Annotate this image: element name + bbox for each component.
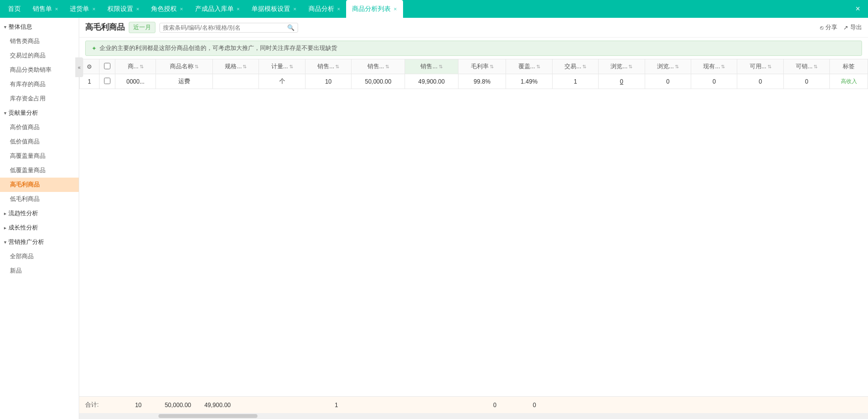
table-wrapper[interactable]: ⚙ 商...⇅ 商品名称⇅ 规格...⇅ bbox=[79, 59, 868, 396]
col-checkbox[interactable] bbox=[100, 59, 115, 74]
window-close-btn[interactable]: × bbox=[850, 4, 866, 13]
sidebar-item-sales-goods[interactable]: 销售类商品 bbox=[0, 34, 79, 48]
top-nav: 首页 销售单 × 进货单 × 权限设置 × 角色授权 × 产成品入库单 × 单据… bbox=[0, 0, 868, 18]
arrow-down-icon: ▾ bbox=[4, 24, 6, 30]
sort-icon8: ⇅ bbox=[490, 64, 494, 69]
sort-icon9: ⇅ bbox=[536, 64, 540, 69]
nav-home-label: 首页 bbox=[8, 4, 21, 13]
nav-analysis-list[interactable]: 商品分析列表 × bbox=[346, 0, 403, 18]
nav-permission-close[interactable]: × bbox=[136, 6, 139, 12]
share-btn[interactable]: ⎋ 分享 bbox=[820, 23, 837, 32]
col-name[interactable]: 商品名称⇅ bbox=[156, 59, 213, 74]
settings-icon[interactable]: ⚙ bbox=[87, 63, 92, 70]
sidebar-group-marketing[interactable]: ▾ 营销推广分析 bbox=[0, 235, 79, 249]
footer-empty3 bbox=[356, 402, 396, 409]
cell-tag: 高收入 bbox=[830, 74, 868, 89]
col-transactions-label: 交易... bbox=[564, 62, 581, 71]
sidebar-item-high-margin[interactable]: 高毛利商品 bbox=[0, 178, 79, 192]
col-gross-margin[interactable]: 毛利率⇅ bbox=[458, 59, 506, 74]
sort-icon12: ⇅ bbox=[675, 64, 679, 69]
col-spec-label: 规格... bbox=[225, 62, 242, 71]
sort-icon10: ⇅ bbox=[582, 64, 586, 69]
table-row: 1 0000... 运费 个 10 50,000.00 49,900.00 99… bbox=[80, 74, 868, 89]
nav-template[interactable]: 单据模板设置 × bbox=[246, 0, 302, 18]
footer-empty2 bbox=[277, 402, 316, 409]
sidebar-item-high-coverage[interactable]: 高覆盖量商品 bbox=[0, 149, 79, 163]
col-sales-amount[interactable]: 销售...⇅ bbox=[352, 59, 405, 74]
col-gross-margin-label: 毛利率 bbox=[471, 62, 489, 71]
col-sales-qty-label: 销售... bbox=[317, 62, 334, 71]
search-icon[interactable]: 🔍 bbox=[287, 24, 295, 31]
sidebar-group-growth-label: 成长性分析 bbox=[8, 224, 38, 232]
search-box: 🔍 bbox=[159, 23, 298, 33]
nav-template-close[interactable]: × bbox=[293, 6, 296, 12]
col-transactions[interactable]: 交易...⇅ bbox=[552, 59, 598, 74]
nav-sales-label: 销售单 bbox=[33, 4, 52, 13]
footer-empty1 bbox=[237, 402, 277, 409]
col-stock-saleable[interactable]: 可销...⇅ bbox=[783, 59, 829, 74]
cell-checkbox[interactable] bbox=[100, 74, 115, 89]
sidebar-item-traded-goods[interactable]: 交易过的商品 bbox=[0, 48, 79, 63]
nav-permission[interactable]: 权限设置 × bbox=[102, 0, 145, 18]
sidebar-item-all-goods[interactable]: 全部商品 bbox=[0, 249, 79, 264]
sidebar-group-overall[interactable]: ▾ 整体信息 bbox=[0, 20, 79, 34]
sidebar-item-high-value[interactable]: 高价值商品 bbox=[0, 120, 79, 135]
nav-home[interactable]: 首页 bbox=[2, 0, 27, 18]
nav-purchase-label: 进货单 bbox=[70, 4, 89, 13]
nav-purchase-close[interactable]: × bbox=[92, 6, 95, 12]
nav-product-storage[interactable]: 产成品入库单 × bbox=[189, 0, 246, 18]
share-icon: ⎋ bbox=[820, 24, 823, 31]
col-stock-current[interactable]: 现有...⇅ bbox=[691, 59, 737, 74]
col-views2-label: 浏览... bbox=[657, 62, 674, 71]
col-views1[interactable]: 浏览...⇅ bbox=[599, 59, 645, 74]
sidebar-group-flow-label: 流趋性分析 bbox=[8, 209, 38, 218]
col-sales-qty[interactable]: 销售...⇅ bbox=[305, 59, 351, 74]
table-footer: 合计: 10 50,000.00 49,900.00 1 0 0 bbox=[79, 396, 868, 413]
col-code[interactable]: 商...⇅ bbox=[115, 59, 156, 74]
col-sales-profit[interactable]: 销售...⇅ bbox=[405, 59, 459, 74]
content-header: 高毛利商品 近一月 🔍 ⎋ 分享 ↗ 导出 bbox=[79, 18, 868, 38]
nav-sales[interactable]: 销售单 × bbox=[27, 0, 64, 18]
col-spec[interactable]: 规格...⇅ bbox=[213, 59, 259, 74]
sidebar-group-flow[interactable]: ▸ 流趋性分析 bbox=[0, 206, 79, 221]
sidebar-item-low-coverage[interactable]: 低覆盖量商品 bbox=[0, 163, 79, 178]
footer-stock-available: 0 bbox=[475, 402, 514, 409]
share-label: 分享 bbox=[825, 23, 837, 32]
col-coverage[interactable]: 覆盖...⇅ bbox=[506, 59, 552, 74]
nav-role-close[interactable]: × bbox=[180, 6, 183, 12]
sidebar-item-stock-capital[interactable]: 库存资金占用 bbox=[0, 92, 79, 106]
col-code-label: 商... bbox=[128, 62, 139, 71]
export-btn[interactable]: ↗ 导出 bbox=[843, 23, 862, 32]
nav-analysis-close[interactable]: × bbox=[337, 6, 340, 12]
sidebar-item-new-goods[interactable]: 新品 bbox=[0, 264, 79, 278]
sidebar-group-growth[interactable]: ▸ 成长性分析 bbox=[0, 221, 79, 235]
sort-icon11: ⇅ bbox=[628, 64, 632, 69]
sidebar-collapse-btn[interactable]: « bbox=[75, 57, 83, 77]
nav-sales-close[interactable]: × bbox=[55, 6, 58, 12]
horizontal-scrollbar[interactable] bbox=[79, 413, 868, 419]
nav-role[interactable]: 角色授权 × bbox=[145, 0, 189, 18]
nav-analysis-list-close[interactable]: × bbox=[394, 6, 397, 12]
sort-icon14: ⇅ bbox=[767, 64, 771, 69]
sidebar-item-category-rate[interactable]: 商品分类助销率 bbox=[0, 63, 79, 77]
cell-views1[interactable]: 0 bbox=[599, 74, 645, 89]
select-all-checkbox[interactable] bbox=[104, 63, 110, 69]
sidebar-item-low-margin[interactable]: 低毛利商品 bbox=[0, 192, 79, 206]
row-checkbox[interactable] bbox=[104, 78, 110, 84]
footer-empty5 bbox=[435, 402, 475, 409]
footer-label: 合计: bbox=[85, 401, 99, 409]
col-views1-label: 浏览... bbox=[611, 62, 627, 71]
sidebar-item-stock-goods[interactable]: 有库存的商品 bbox=[0, 77, 79, 92]
sidebar-group-contribution[interactable]: ▾ 贡献量分析 bbox=[0, 106, 79, 120]
nav-product-storage-close[interactable]: × bbox=[237, 6, 240, 12]
search-input[interactable] bbox=[163, 24, 285, 31]
filter-recent-month-btn[interactable]: 近一月 bbox=[129, 22, 155, 33]
col-unit[interactable]: 计量...⇅ bbox=[259, 59, 305, 74]
col-views2[interactable]: 浏览...⇅ bbox=[645, 59, 691, 74]
col-stock-available[interactable]: 可用...⇅ bbox=[737, 59, 783, 74]
sidebar-item-low-value[interactable]: 低价值商品 bbox=[0, 135, 79, 149]
nav-purchase[interactable]: 进货单 × bbox=[64, 0, 101, 18]
nav-analysis[interactable]: 商品分析 × bbox=[303, 0, 346, 18]
cell-code: 0000... bbox=[115, 74, 156, 89]
scroll-thumb[interactable] bbox=[158, 414, 257, 418]
